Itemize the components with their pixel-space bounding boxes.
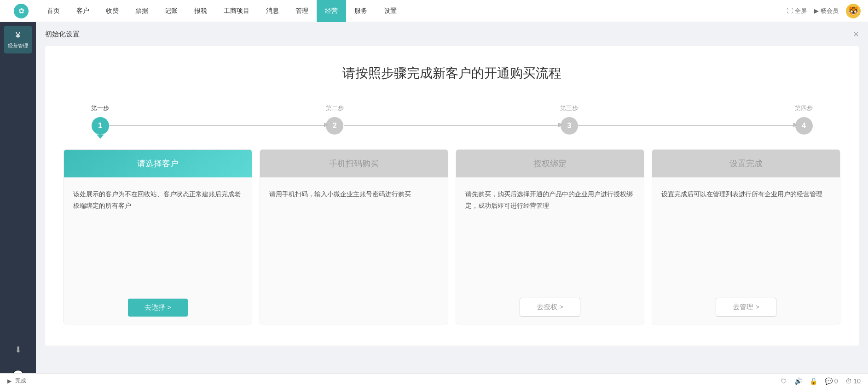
yuan-icon: ¥: [15, 30, 20, 41]
step-card-footer-1: 去选择 >: [64, 291, 252, 324]
step-card-3: 授权绑定请先购买，购买后选择开通的产品中的企业用户进行授权绑定，成功后即可进行经…: [456, 149, 644, 324]
step-connector-1: ▶: [109, 125, 326, 126]
status-bar-right: 🛡 🔊 🔒 💬 0 ⏱ 10: [781, 377, 861, 385]
step-circle-1: 1: [92, 117, 109, 135]
nav-item-首页[interactable]: 首页: [39, 0, 68, 22]
logo: ✿: [7, 4, 35, 18]
step-card-body-4: 设置完成后可以在管理列表进行所有企业用户的经营管理: [652, 177, 840, 290]
avatar[interactable]: 🐯: [846, 4, 861, 18]
step-4: 第四步4: [795, 104, 813, 135]
member-btn[interactable]: ▶ 畅会员: [814, 7, 839, 15]
page-header: 初始化设置 ×: [45, 29, 859, 39]
sidebar-download-icon[interactable]: ⬇: [4, 338, 32, 361]
logo-icon: ✿: [14, 4, 29, 18]
step-card-header-1: 请选择客户: [64, 150, 252, 177]
page-title: 初始化设置: [45, 30, 80, 39]
message-count: 💬 0: [825, 377, 838, 385]
nav-right: ⛶ 全屏 ▶ 畅会员 🐯: [787, 4, 861, 18]
play-icon: ▶: [814, 7, 819, 14]
step-card-4: 设置完成设置完成后可以在管理列表进行所有企业用户的经营管理去管理 >: [652, 149, 840, 324]
nav-item-经营[interactable]: 经营: [317, 0, 346, 22]
fullscreen-icon: ⛶: [787, 7, 793, 14]
play-status-icon: ▶: [7, 378, 12, 384]
top-navigation: ✿ 首页客户收费票据记账报税工商项目消息管理经营服务设置 ⛶ 全屏 ▶ 畅会员 …: [0, 0, 868, 22]
step-card-footer-2: [260, 309, 448, 324]
content-card: 请按照步骤完成新客户的开通购买流程 第一步1▶第二步2▶第三步3▶第四步4 请选…: [45, 46, 859, 346]
step-card-header-4: 设置完成: [652, 150, 840, 177]
step-card-header-2: 手机扫码购买: [260, 150, 448, 177]
step-connector-2: ▶: [344, 125, 561, 126]
steps-indicator: 第一步1▶第二步2▶第三步3▶第四步4: [64, 104, 840, 135]
status-text: 完成: [15, 377, 26, 385]
nav-item-设置[interactable]: 设置: [376, 0, 405, 22]
step-card-2: 手机扫码购买请用手机扫码，输入小微企业主账号密码进行购买: [260, 149, 448, 324]
sidebar: ¥ 经营管理 ⬇ 💬: [0, 22, 36, 388]
step-card-footer-4: 去管理 >: [652, 290, 840, 324]
step-circle-3: 3: [561, 117, 578, 135]
step-cards: 请选择客户该处展示的客户为不在回收站、客户状态正常建账后完成老板端绑定的所有客户…: [64, 149, 840, 324]
step-1: 第一步1: [91, 104, 109, 135]
step-label-2: 第二步: [326, 104, 344, 112]
nav-item-记账[interactable]: 记账: [156, 0, 186, 22]
step-card-header-3: 授权绑定: [456, 150, 644, 177]
shield-status-icon[interactable]: 🛡: [781, 377, 787, 385]
step-action-btn-1[interactable]: 去选择 >: [128, 299, 188, 317]
sidebar-item-management[interactable]: ¥ 经营管理: [4, 26, 32, 53]
step-card-1: 请选择客户该处展示的客户为不在回收站、客户状态正常建账后完成老板端绑定的所有客户…: [64, 149, 252, 324]
nav-items: 首页客户收费票据记账报税工商项目消息管理经营服务设置: [39, 0, 787, 22]
close-button[interactable]: ×: [853, 29, 859, 39]
time-display: ⏱ 10: [845, 377, 861, 385]
step-circle-4: 4: [795, 117, 813, 135]
main-content: 初始化设置 × 请按照步骤完成新客户的开通购买流程 第一步1▶第二步2▶第三步3…: [36, 22, 868, 373]
card-title: 请按照步骤完成新客户的开通购买流程: [64, 65, 840, 82]
sound-status-icon[interactable]: 🔊: [794, 377, 802, 385]
lock-status-icon[interactable]: 🔒: [810, 377, 817, 385]
step-card-footer-3: 去授权 >: [456, 290, 644, 324]
nav-item-报税[interactable]: 报税: [186, 0, 215, 22]
status-bar: ▶ 完成 🛡 🔊 🔒 💬 0 ⏱ 10: [0, 373, 868, 388]
nav-item-收费[interactable]: 收费: [98, 0, 127, 22]
nav-item-管理[interactable]: 管理: [287, 0, 317, 22]
step-card-body-2: 请用手机扫码，输入小微企业主账号密码进行购买: [260, 177, 448, 309]
step-label-1: 第一步: [91, 104, 109, 112]
step-card-body-1: 该处展示的客户为不在回收站、客户状态正常建账后完成老板端绑定的所有客户: [64, 177, 252, 291]
step-3: 第三步3: [560, 104, 578, 135]
nav-item-消息[interactable]: 消息: [258, 0, 287, 22]
step-label-3: 第三步: [560, 104, 578, 112]
nav-item-工商项目[interactable]: 工商项目: [215, 0, 258, 22]
step-action-btn-3[interactable]: 去授权 >: [520, 298, 580, 317]
step-label-4: 第四步: [795, 104, 813, 112]
step-action-btn-4[interactable]: 去管理 >: [716, 298, 776, 317]
nav-item-客户[interactable]: 客户: [68, 0, 98, 22]
step-card-body-3: 请先购买，购买后选择开通的产品中的企业用户进行授权绑定，成功后即可进行经营管理: [456, 177, 644, 290]
fullscreen-btn[interactable]: ⛶ 全屏: [787, 7, 807, 15]
nav-item-服务[interactable]: 服务: [346, 0, 376, 22]
step-2: 第二步2: [326, 104, 344, 135]
step-connector-3: ▶: [578, 125, 795, 126]
nav-item-票据[interactable]: 票据: [127, 0, 156, 22]
